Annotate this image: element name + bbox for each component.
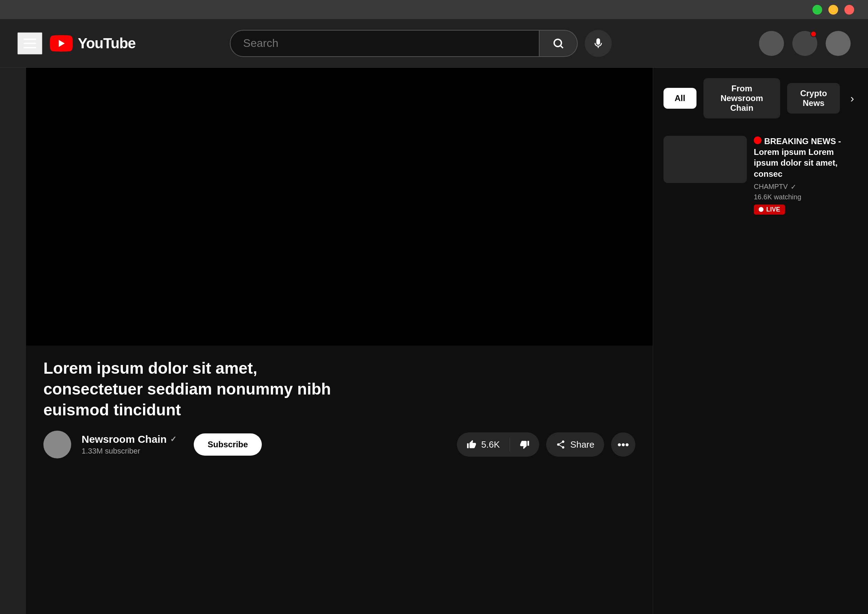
avatar-notif-wrapper xyxy=(792,31,817,56)
video-section: Lorem ipsum dolor sit amet, consectetuer… xyxy=(26,68,653,614)
search-button[interactable] xyxy=(539,30,578,57)
rec-title: BREAKING NEWS - Lorem ipsum Lorem ipsum … xyxy=(754,136,857,179)
chip-next-button[interactable]: › xyxy=(847,92,857,105)
like-button[interactable]: 5.6K xyxy=(457,433,510,457)
channel-info: Newsroom Chain ✓ 1.33M subscriber xyxy=(82,433,177,456)
action-buttons: 5.6K Share xyxy=(457,433,636,457)
verified-icon: ✓ xyxy=(170,435,177,444)
thumbs-up-icon xyxy=(467,440,476,450)
main-content: Lorem ipsum dolor sit amet, consectetuer… xyxy=(0,68,868,614)
video-info: Lorem ipsum dolor sit amet, consectetuer… xyxy=(26,346,653,458)
channel-name: Newsroom Chain ✓ xyxy=(82,433,177,445)
subscribe-button[interactable]: Subscribe xyxy=(194,433,262,456)
traffic-light-green[interactable] xyxy=(812,5,822,15)
mic-button[interactable] xyxy=(585,30,612,57)
search-input[interactable] xyxy=(231,31,539,56)
avatar-1[interactable] xyxy=(759,31,784,56)
share-label: Share xyxy=(570,439,594,450)
more-button[interactable]: ••• xyxy=(611,433,636,457)
svg-line-1 xyxy=(561,45,563,48)
svg-point-0 xyxy=(554,39,561,47)
search-area xyxy=(230,30,612,57)
thumbs-down-icon xyxy=(520,440,530,450)
live-badge: LIVE xyxy=(754,205,785,215)
rec-video-item[interactable]: BREAKING NEWS - Lorem ipsum Lorem ipsum … xyxy=(653,129,868,222)
header: YouTube xyxy=(0,19,868,68)
traffic-light-red[interactable] xyxy=(845,5,854,15)
dislike-button[interactable] xyxy=(510,433,539,457)
share-icon xyxy=(556,440,566,450)
sidebar xyxy=(0,68,26,614)
chip-from-newsroom[interactable]: From Newsroom Chain xyxy=(704,78,781,118)
notification-dot xyxy=(811,31,817,37)
rec-channel: CHAMPTV ✓ xyxy=(754,183,857,191)
more-dots: ••• xyxy=(617,438,629,451)
share-button[interactable]: Share xyxy=(546,433,604,457)
youtube-logo[interactable]: YouTube xyxy=(49,35,135,52)
rec-watching: 16.6K watching xyxy=(754,193,857,201)
video-title: Lorem ipsum dolor sit amet, consectetuer… xyxy=(43,358,356,420)
right-sidebar: All From Newsroom Chain Crypto News › BR… xyxy=(653,68,868,614)
chip-crypto-news[interactable]: Crypto News xyxy=(787,83,840,113)
traffic-light-yellow[interactable] xyxy=(828,5,838,15)
mic-icon xyxy=(593,38,604,49)
hamburger-button[interactable] xyxy=(17,32,42,54)
rec-verified-icon: ✓ xyxy=(790,183,797,191)
search-input-wrap xyxy=(230,30,539,57)
rec-thumbnail xyxy=(663,136,747,183)
like-dislike-pill: 5.6K xyxy=(457,433,539,457)
like-count: 5.6K xyxy=(481,439,500,450)
channel-avatar[interactable] xyxy=(43,431,71,458)
rec-info: BREAKING NEWS - Lorem ipsum Lorem ipsum … xyxy=(754,136,857,215)
title-bar xyxy=(0,0,868,19)
chip-all[interactable]: All xyxy=(663,88,696,109)
header-right xyxy=(759,31,851,56)
video-player[interactable] xyxy=(26,68,653,346)
subscriber-count: 1.33M subscriber xyxy=(82,447,177,456)
avatar-3[interactable] xyxy=(826,31,851,56)
search-icon xyxy=(552,37,564,50)
live-label: LIVE xyxy=(766,206,780,213)
filter-chips: All From Newsroom Chain Crypto News › xyxy=(653,78,868,129)
live-dot xyxy=(759,207,764,212)
channel-row: Newsroom Chain ✓ 1.33M subscriber Subscr… xyxy=(43,431,636,458)
breaking-dot xyxy=(754,136,761,144)
logo-text: YouTube xyxy=(78,35,135,52)
youtube-icon xyxy=(49,35,73,52)
